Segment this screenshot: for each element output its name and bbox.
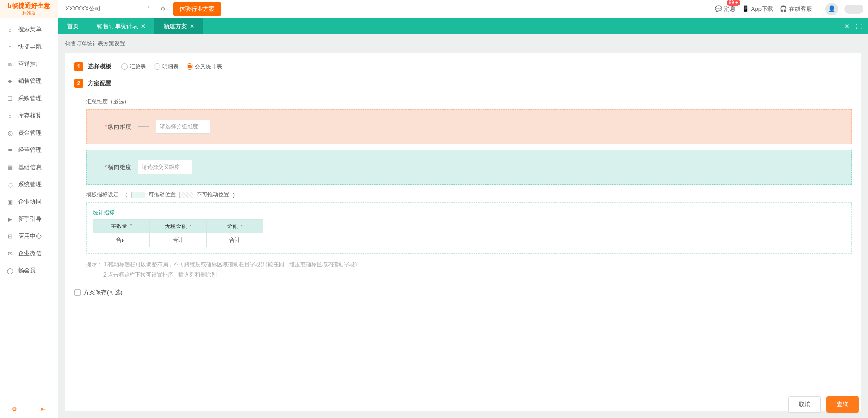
step2-row: 2 方案配置 <box>74 75 852 92</box>
divider <box>819 5 819 13</box>
radio-label: 交叉统计表 <box>195 63 222 71</box>
sidebar-footer: ⚙ ⇤ <box>0 400 58 418</box>
app-download-label: App下载 <box>751 5 773 13</box>
template-radio[interactable]: 交叉统计表 <box>187 63 222 71</box>
company-select[interactable]: XXXXXX公司 ˅ <box>63 3 153 15</box>
save-optional-row: 方案保存(可选) <box>74 288 852 296</box>
close-icon[interactable]: ✕ <box>190 23 194 29</box>
metrics-table: 主数量˅无税金额˅金额˅ 合计合计合计 <box>93 219 263 247</box>
sidebar-item-sales[interactable]: ❖销售管理 <box>0 73 58 90</box>
metrics-block: 统计指标 主数量˅无税金额˅金额˅ 合计合计合计 <box>86 202 852 254</box>
brand-mark-icon: b <box>8 2 12 10</box>
cancel-button[interactable]: 取消 <box>788 396 821 413</box>
sidebar-item-warehouse[interactable]: ⌂库存核算 <box>0 107 58 124</box>
sidebar-item-megaphone[interactable]: ✉营销推广 <box>0 55 58 73</box>
sidebar-item-wechat[interactable]: ✉企业微信 <box>0 245 58 262</box>
not-draggable-legend: 不可拖动位置 <box>197 191 229 199</box>
sales-icon: ❖ <box>6 78 14 85</box>
breadcrumb: 销售订单统计表方案设置 <box>58 34 868 53</box>
fullscreen-icon[interactable]: ⛶ <box>854 21 863 32</box>
sidebar-item-guide[interactable]: ▶新手引导 <box>0 210 58 228</box>
sidebar-item-system[interactable]: ◌系统管理 <box>0 176 58 193</box>
step2-title: 方案配置 <box>88 79 111 87</box>
metrics-head-row: 主数量˅无税金额˅金额˅ <box>93 220 263 233</box>
close-icon[interactable]: ✕ <box>141 23 145 29</box>
metrics-col-header[interactable]: 主数量˅ <box>93 220 150 233</box>
tab[interactable]: 销售订单统计表✕ <box>88 18 154 34</box>
radio-icon <box>121 63 128 70</box>
messages-link[interactable]: 💬 消息 99 + <box>715 5 736 13</box>
template-radio[interactable]: 明细表 <box>154 63 178 71</box>
megaphone-icon: ✉ <box>6 61 14 68</box>
settings-icon[interactable]: ⚙ <box>12 406 17 413</box>
sidebar-item-label: 搜索菜单 <box>18 25 42 34</box>
metrics-col-label: 金额 <box>227 223 238 229</box>
dash-icon <box>138 126 149 127</box>
sidebar-item-label: 营销推广 <box>18 60 42 68</box>
collapse-icon[interactable]: ⇤ <box>41 406 46 413</box>
sidebar-item-label: 企业微信 <box>18 249 42 258</box>
horizontal-dim-select[interactable]: 请选择交叉维度 <box>138 160 192 174</box>
hints: 提示： 1.拖动标题栏可以调整布局，不可跨维度或指标区域拖动栏目字段(只能在同一… <box>86 259 852 280</box>
vertical-dim-select[interactable]: 请选择分组维度 <box>156 120 210 134</box>
brand-logo[interactable]: b 畅捷通好生意 标准版 <box>0 0 58 18</box>
tabs-bar: 首页销售订单统计表✕新建方案✕ ✕ ⛶ <box>58 18 868 34</box>
step1-badge: 1 <box>74 62 83 71</box>
settings-gear-icon[interactable]: ⚙ <box>158 5 169 12</box>
radio-label: 明细表 <box>162 63 178 71</box>
sidebar-item-label: 采购管理 <box>18 94 42 102</box>
brand-edition: 标准版 <box>22 10 36 16</box>
sidebar-item-label: 库存核算 <box>18 112 42 120</box>
collab-icon: ▣ <box>6 199 14 205</box>
base-icon: ▤ <box>6 164 14 171</box>
try-industry-button[interactable]: 体验行业方案 <box>173 2 221 16</box>
sidebar-item-search[interactable]: ⌕搜索菜单 <box>0 21 58 38</box>
sidebar-item-funds[interactable]: ◎资金管理 <box>0 124 58 141</box>
user-menu[interactable] <box>844 5 863 14</box>
metrics-col-label: 主数量 <box>111 223 127 229</box>
sidebar-item-collab[interactable]: ▣企业协同 <box>0 193 58 210</box>
tab[interactable]: 新建方案✕ <box>154 18 203 34</box>
sidebar-item-label: 资金管理 <box>18 129 42 137</box>
radio-icon <box>187 63 193 70</box>
sidebar-item-member[interactable]: ◯畅会员 <box>0 262 58 279</box>
save-optional-checkbox[interactable] <box>74 289 81 296</box>
headset-icon: 🎧 <box>780 5 787 12</box>
sidebar-item-label: 销售管理 <box>18 77 42 85</box>
query-button[interactable]: 查询 <box>826 396 859 413</box>
footer-buttons: 取消 查询 <box>788 396 859 413</box>
phone-icon: 📱 <box>742 5 749 12</box>
metrics-total-cell: 合计 <box>93 233 150 247</box>
tab-label: 新建方案 <box>164 22 187 30</box>
message-icon: 💬 <box>715 5 722 12</box>
chevron-down-icon: ˅ <box>147 5 150 12</box>
tab-label: 销售订单统计表 <box>97 22 138 30</box>
metrics-legend-title: 模板指标设定 <box>86 191 119 199</box>
sidebar-item-home[interactable]: ⌂快捷导航 <box>0 38 58 55</box>
online-service-link[interactable]: 🎧 在线客服 <box>780 5 812 13</box>
hint-line2: 2.点击标题栏下拉可设置排序、插入列和删除列 <box>86 270 852 280</box>
close-all-icon[interactable]: ✕ <box>843 21 851 32</box>
sidebar-item-label: 经营管理 <box>18 146 42 154</box>
app-download-link[interactable]: 📱 App下载 <box>742 5 773 13</box>
user-avatar[interactable]: 👤 <box>825 3 838 15</box>
hint-line1: 1.拖动标题栏可以调整布局，不可跨维度或指标区域拖动栏目字段(只能在同一维度或指… <box>104 261 357 267</box>
metrics-col-header[interactable]: 金额˅ <box>207 220 263 233</box>
sidebar-item-base[interactable]: ▤基础信息 <box>0 159 58 176</box>
horizontal-dimension-block: *横向维度 请选择交叉维度 <box>86 150 852 185</box>
sidebar-item-biz[interactable]: ≣经营管理 <box>0 141 58 159</box>
tab[interactable]: 首页 <box>58 18 88 34</box>
metrics-col-header[interactable]: 无税金额˅ <box>150 220 207 233</box>
config-panel: 1 选择模板 汇总表明细表交叉统计表 2 方案配置 汇总维度（必选） *纵向维度… <box>65 53 861 411</box>
metrics-total-row: 合计合计合计 <box>93 233 263 247</box>
draggable-legend: 可拖动位置 <box>149 191 176 199</box>
purchase-icon: ☐ <box>6 95 14 102</box>
radio-icon <box>154 63 160 70</box>
sidebar-item-purchase[interactable]: ☐采购管理 <box>0 90 58 107</box>
online-service-label: 在线客服 <box>789 5 812 13</box>
sidebar-item-apps[interactable]: ⊞应用中心 <box>0 228 58 245</box>
horizontal-dim-label: *横向维度 <box>105 163 131 171</box>
step1-row: 1 选择模板 汇总表明细表交叉统计表 <box>74 58 852 75</box>
template-radio[interactable]: 汇总表 <box>121 63 146 71</box>
sidebar-items: ⌕搜索菜单⌂快捷导航✉营销推广❖销售管理☐采购管理⌂库存核算◎资金管理≣经营管理… <box>0 18 58 400</box>
